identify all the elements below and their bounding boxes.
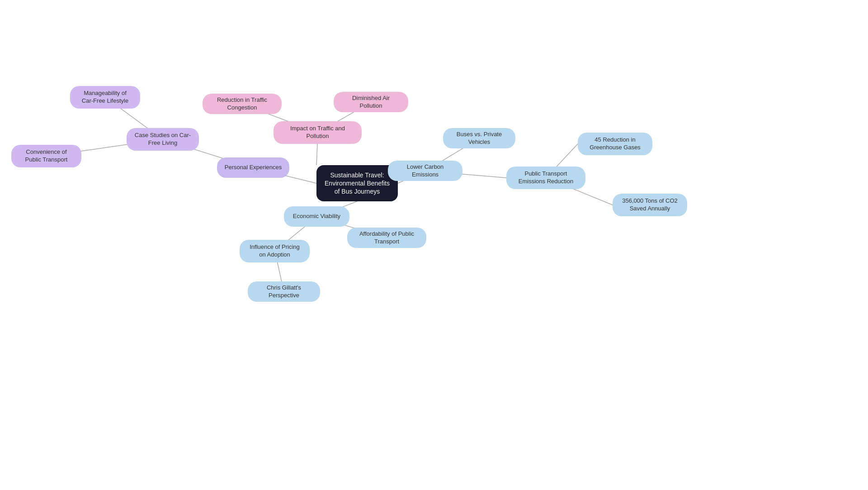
center-node[interactable]: Sustainable Travel: Environmental Benefi… [316,165,398,201]
mindmap: Sustainable Travel: Environmental Benefi… [0,0,868,490]
node-co2-saved[interactable]: 356,000 Tons of CO2 Saved Annually [613,194,687,216]
node-economic-viability[interactable]: Economic Viability [284,206,349,227]
node-affordability[interactable]: Affordability of Public Transport [347,228,426,248]
node-transport-emissions[interactable]: Public Transport Emissions Reduction [506,167,585,189]
node-case-studies[interactable]: Case Studies on Car-Free Living [127,128,199,151]
node-manageability[interactable]: Manageability of Car-Free Lifestyle [70,86,140,109]
node-convenience[interactable]: Convenience of Public Transport [11,145,81,167]
node-traffic-congestion[interactable]: Reduction in Traffic Congestion [203,94,282,114]
node-chris-gillatt[interactable]: Chris Gillatt's Perspective [248,281,320,302]
node-pricing-adoption[interactable]: Influence of Pricing on Adoption [240,240,310,262]
node-personal-experiences[interactable]: Personal Experiences [217,157,289,178]
node-buses-private[interactable]: Buses vs. Private Vehicles [443,128,515,148]
node-air-pollution[interactable]: Diminished Air Pollution [334,92,408,112]
connections-svg [0,0,868,490]
node-lower-carbon[interactable]: Lower Carbon Emissions [388,161,462,181]
node-greenhouse[interactable]: 45 Reduction in Greenhouse Gases [578,133,652,155]
node-traffic-pollution[interactable]: Impact on Traffic and Pollution [274,121,362,144]
